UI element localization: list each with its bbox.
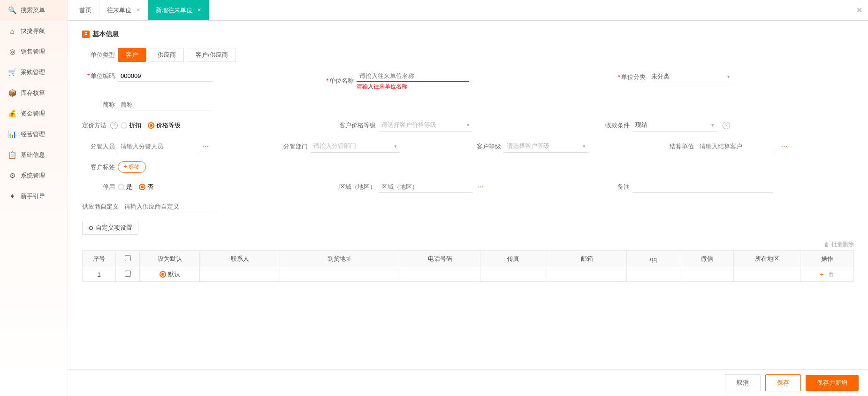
- tab-partner[interactable]: 往来单位 ✕: [99, 0, 148, 20]
- save-button[interactable]: 保存: [765, 374, 801, 391]
- payment-terms-field: 收款条件 现结 ▾ ?: [597, 119, 854, 132]
- settlement-unit-input[interactable]: [697, 141, 777, 152]
- customer-tag-label: 客户标签: [82, 163, 115, 171]
- unit-name-input[interactable]: [357, 70, 469, 82]
- pricing-radio-discount[interactable]: 折扣: [121, 121, 141, 130]
- disabled-yes-radio[interactable]: 是: [118, 183, 132, 191]
- payment-terms-select[interactable]: 现结 ▾: [632, 119, 717, 132]
- row-contact[interactable]: [200, 267, 280, 282]
- row-phone[interactable]: [400, 267, 480, 282]
- sidebar-label-sales: 销售管理: [21, 47, 45, 56]
- customer-level-select[interactable]: 请选择客户等级 ▾: [504, 140, 588, 153]
- manager-row: 分管人员 ··· 分管部门 请输入分管部门 ▾ 客户等级 请选择客户等级 ▾ 结…: [82, 140, 854, 153]
- row-default-radio[interactable]: 默认: [145, 270, 195, 279]
- col-region: 所在地区: [733, 251, 800, 267]
- row-fax[interactable]: [480, 267, 547, 282]
- tab-partner-close[interactable]: ✕: [136, 7, 140, 13]
- sidebar-item-sales[interactable]: ◎ 销售管理: [0, 41, 68, 62]
- unit-btn-supplier[interactable]: 供应商: [150, 48, 184, 62]
- sidebar-item-search[interactable]: 🔍 搜索菜单: [0, 0, 68, 21]
- sidebar-label-system: 系统管理: [21, 171, 45, 180]
- home-icon: ⌂: [8, 26, 17, 36]
- custom-settings-button[interactable]: ⚙ 自定义项设置: [82, 221, 138, 235]
- manager-more-btn[interactable]: ···: [200, 142, 210, 151]
- sidebar-item-inventory[interactable]: 📦 库存核算: [0, 83, 68, 103]
- row-add-icon[interactable]: +: [820, 271, 823, 278]
- table-row: 1 默认: [83, 267, 854, 282]
- customer-level-placeholder: 请选择客户等级: [507, 142, 549, 150]
- area-input[interactable]: [379, 181, 472, 193]
- unit-code-input[interactable]: [118, 70, 212, 82]
- unit-name-field: *单位名称 请输入往来单位名称: [323, 70, 613, 91]
- manager-input[interactable]: [118, 141, 198, 152]
- row-default-label: 默认: [168, 270, 180, 279]
- row-delete-icon[interactable]: 🗑: [828, 271, 834, 278]
- short-name-input[interactable]: [118, 99, 212, 110]
- tab-new-partner[interactable]: 新增往来单位 ✕: [148, 0, 209, 20]
- pricing-radio-group: 折扣 价格等级: [121, 121, 181, 130]
- close-all-tabs-icon[interactable]: ✕: [856, 6, 862, 15]
- row-wechat[interactable]: [680, 267, 734, 282]
- settlement-unit-label: 结算单位: [661, 142, 694, 151]
- cancel-button[interactable]: 取消: [725, 374, 761, 391]
- area-more-btn[interactable]: ···: [475, 183, 485, 191]
- payment-chevron-icon: ▾: [711, 122, 714, 128]
- settlement-more-btn[interactable]: ···: [779, 142, 789, 151]
- supplier-custom-input[interactable]: [122, 201, 215, 212]
- section-title-icon: F: [82, 31, 90, 38]
- unit-code-label: *单位编码: [82, 72, 115, 80]
- unit-type-label: 单位类型: [82, 51, 115, 59]
- remark-input[interactable]: [632, 181, 773, 193]
- row-email[interactable]: [547, 267, 627, 282]
- sidebar-item-basic-info[interactable]: 📋 基础信息: [0, 145, 68, 165]
- sidebar-item-quick-nav[interactable]: ⌂ 快捷导航: [0, 21, 68, 41]
- disabled-no-radio[interactable]: 否: [139, 183, 153, 191]
- form-footer: 取消 保存 保存并新增: [68, 369, 868, 396]
- tab-new-partner-close[interactable]: ✕: [197, 7, 201, 13]
- payment-help-icon[interactable]: ?: [723, 122, 730, 129]
- sidebar-item-purchase[interactable]: 🛒 采购管理: [0, 62, 68, 83]
- manager-label: 分管人员: [82, 142, 115, 151]
- form-content: F 基本信息 单位类型 客户 供应商 客户/供应商 *单位编码 *单位名称: [68, 21, 868, 369]
- pricing-method-label: 定价方法 ?: [82, 121, 118, 130]
- settlement-unit-field: 结算单位 ···: [661, 141, 854, 152]
- customer-level-chevron-icon: ▾: [583, 143, 586, 149]
- sidebar-item-finance[interactable]: 💰 资金管理: [0, 103, 68, 124]
- customer-price-level-select[interactable]: 请选择客户价格等级 ▾: [379, 119, 472, 132]
- department-select[interactable]: 请输入分管部门 ▾: [311, 140, 400, 153]
- row-qq[interactable]: [627, 267, 680, 282]
- tab-home[interactable]: 首页: [72, 0, 99, 20]
- row-checkbox[interactable]: [125, 271, 131, 277]
- row-region[interactable]: [733, 267, 800, 282]
- unit-code-row: *单位编码 *单位名称 请输入往来单位名称 *单位分类 未分类 ▾: [82, 70, 854, 91]
- row-address[interactable]: [280, 267, 400, 282]
- sidebar-label-operations: 经营管理: [21, 130, 45, 139]
- unit-category-select[interactable]: 未分类 ▾: [648, 70, 733, 83]
- add-tag-button[interactable]: + 标签: [118, 161, 146, 173]
- department-chevron-icon: ▾: [394, 143, 397, 149]
- pricing-radio-price-level[interactable]: 价格等级: [148, 121, 181, 130]
- guide-icon: ✦: [8, 192, 17, 201]
- payment-terms-value: 现结: [635, 121, 647, 129]
- unit-btn-customer[interactable]: 客户: [118, 48, 146, 62]
- pricing-help-icon[interactable]: ?: [110, 122, 118, 129]
- sidebar-item-guide[interactable]: ✦ 新手引导: [0, 186, 68, 207]
- save-new-button[interactable]: 保存并新增: [806, 375, 859, 391]
- col-qq: qq: [627, 251, 680, 267]
- sidebar-label-finance: 资金管理: [21, 109, 45, 118]
- disabled-radio-group: 是 否: [118, 183, 153, 191]
- pricing-discount-circle: [121, 122, 127, 129]
- sidebar-item-operations[interactable]: 📊 经营管理: [0, 124, 68, 145]
- pricing-discount-label: 折扣: [129, 121, 141, 130]
- sidebar-item-system[interactable]: ⚙ 系统管理: [0, 165, 68, 186]
- pricing-price-level-circle: [148, 122, 154, 129]
- sidebar-label-search: 搜索菜单: [21, 6, 45, 15]
- batch-delete-label[interactable]: 批量删除: [831, 241, 854, 248]
- unit-type-row: 单位类型 客户 供应商 客户/供应商: [82, 48, 854, 62]
- remark-field: 备注: [597, 181, 854, 193]
- select-all-checkbox[interactable]: [125, 255, 131, 261]
- supplier-custom-field: 供应商自定义: [82, 201, 854, 212]
- unit-btn-both[interactable]: 客户/供应商: [188, 48, 236, 62]
- category-chevron-icon: ▾: [727, 74, 730, 80]
- unit-type-group: 客户 供应商 客户/供应商: [118, 48, 236, 62]
